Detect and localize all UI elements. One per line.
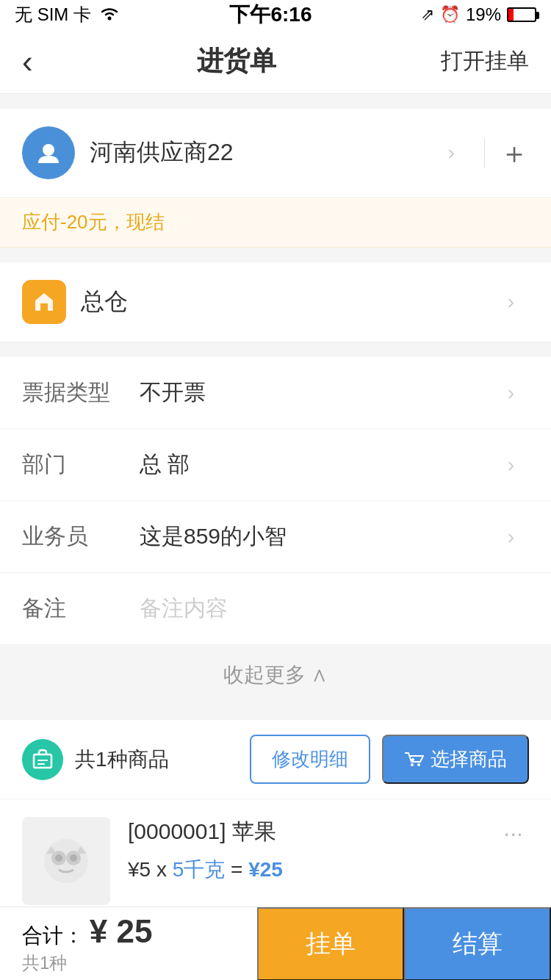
battery-text: 19% bbox=[466, 4, 501, 25]
add-supplier-button[interactable]: ＋ bbox=[500, 133, 529, 173]
status-bar: 无 SIM 卡 下午6:16 ⇗ ⏰ 19% bbox=[0, 0, 551, 29]
department-value: 总 部 bbox=[125, 450, 508, 480]
product-thumb-icon bbox=[37, 832, 96, 890]
product-item: [0000001] 苹果 ¥5 x 5千克 = ¥25 ··· bbox=[0, 799, 551, 923]
remark-label: 备注 bbox=[22, 594, 125, 624]
select-product-button[interactable]: 选择商品 bbox=[382, 735, 529, 784]
product-multiply: x bbox=[156, 858, 173, 881]
back-button[interactable]: ‹ bbox=[22, 43, 33, 80]
svg-point-4 bbox=[411, 763, 414, 766]
edit-detail-button[interactable]: 修改明细 bbox=[250, 735, 370, 784]
collapse-bar[interactable]: 收起更多 ∧ bbox=[0, 645, 551, 705]
salesman-chevron-icon: › bbox=[508, 525, 514, 549]
product-price: ¥5 x 5千克 = ¥25 bbox=[128, 856, 497, 884]
salesman-row[interactable]: 业务员 这是859的小智 › bbox=[0, 501, 551, 573]
department-row[interactable]: 部门 总 部 › bbox=[0, 429, 551, 501]
section-gap-2 bbox=[0, 248, 551, 262]
supplier-notice: 应付-20元，现结 bbox=[0, 198, 551, 248]
total-label: 合计： bbox=[22, 924, 84, 947]
department-chevron-icon: › bbox=[508, 453, 514, 477]
product-info: [0000001] 苹果 ¥5 x 5千克 = ¥25 bbox=[128, 817, 497, 884]
ticket-type-label: 票据类型 bbox=[22, 378, 125, 408]
product-total: ¥25 bbox=[248, 858, 283, 881]
nav-bar: ‹ 进货单 打开挂单 bbox=[0, 29, 551, 94]
status-right: ⇗ ⏰ 19% bbox=[421, 4, 536, 25]
total-row: 合计： ¥ 25 bbox=[22, 913, 235, 950]
product-name: [0000001] 苹果 bbox=[128, 817, 497, 847]
ticket-type-value: 不开票 bbox=[125, 378, 508, 408]
remark-placeholder: 备注内容 bbox=[125, 594, 529, 624]
collapse-label: 收起更多 ∧ bbox=[223, 661, 328, 689]
alarm-icon: ⏰ bbox=[440, 5, 460, 24]
product-header: 共1种商品 修改明细 选择商品 bbox=[0, 720, 551, 799]
svg-point-12 bbox=[70, 854, 77, 862]
total-amount: ¥ 25 bbox=[90, 913, 153, 949]
section-gap-4 bbox=[0, 705, 551, 720]
battery-icon bbox=[507, 7, 536, 22]
hold-button[interactable]: 挂单 bbox=[257, 907, 404, 981]
status-time: 下午6:16 bbox=[229, 1, 311, 29]
product-count-text: 共1种商品 bbox=[75, 746, 250, 774]
select-product-label: 选择商品 bbox=[431, 746, 507, 772]
product-unit-price: ¥5 bbox=[128, 858, 151, 881]
section-gap-3 bbox=[0, 342, 551, 357]
form-section: 票据类型 不开票 › 部门 总 部 › 业务员 这是859的小智 › 备注 备注… bbox=[0, 357, 551, 645]
svg-rect-2 bbox=[40, 303, 48, 311]
cart-icon bbox=[404, 752, 425, 768]
page-title: 进货单 bbox=[197, 43, 276, 79]
supplier-avatar bbox=[22, 126, 75, 179]
svg-point-1 bbox=[43, 144, 54, 156]
product-thumbnail bbox=[22, 817, 110, 905]
remark-row[interactable]: 备注 备注内容 bbox=[0, 573, 551, 645]
salesman-label: 业务员 bbox=[22, 522, 125, 552]
warehouse-chevron-icon: › bbox=[508, 290, 514, 314]
total-count: 共1种 bbox=[22, 951, 235, 975]
carrier-text: 无 SIM 卡 bbox=[15, 3, 91, 26]
product-more-button[interactable]: ··· bbox=[497, 817, 529, 850]
svg-point-5 bbox=[417, 763, 420, 766]
section-gap-1 bbox=[0, 94, 551, 109]
product-count-icon bbox=[22, 739, 63, 780]
checkout-button[interactable]: 结算 bbox=[404, 907, 551, 981]
total-section: 合计： ¥ 25 共1种 bbox=[0, 913, 257, 975]
supplier-name: 河南供应商22 bbox=[90, 137, 448, 169]
product-code: [0000001] bbox=[128, 819, 226, 843]
product-quantity: 5千克 bbox=[173, 858, 231, 881]
salesman-value: 这是859的小智 bbox=[125, 522, 508, 552]
wifi-icon bbox=[98, 4, 120, 25]
ticket-type-chevron-icon: › bbox=[508, 381, 514, 405]
svg-point-0 bbox=[108, 17, 112, 21]
bottom-bar: 合计： ¥ 25 共1种 挂单 结算 bbox=[0, 907, 551, 980]
product-title: 苹果 bbox=[232, 819, 276, 843]
svg-point-8 bbox=[44, 839, 88, 883]
ticket-type-row[interactable]: 票据类型 不开票 › bbox=[0, 357, 551, 429]
supplier-row[interactable]: 河南供应商22 › ＋ bbox=[0, 109, 551, 198]
warehouse-icon bbox=[22, 280, 66, 324]
product-equals: = bbox=[231, 858, 248, 881]
svg-point-11 bbox=[55, 854, 62, 862]
department-label: 部门 bbox=[22, 450, 125, 480]
warehouse-row[interactable]: 总仓 › bbox=[0, 262, 551, 342]
warehouse-section: 总仓 › bbox=[0, 262, 551, 342]
supplier-divider bbox=[484, 138, 485, 167]
open-hold-button[interactable]: 打开挂单 bbox=[441, 46, 529, 76]
location-icon: ⇗ bbox=[421, 5, 434, 24]
supplier-section: 河南供应商22 › ＋ 应付-20元，现结 bbox=[0, 109, 551, 248]
warehouse-name: 总仓 bbox=[81, 286, 508, 318]
supplier-chevron-icon: › bbox=[448, 141, 455, 165]
status-left: 无 SIM 卡 bbox=[15, 3, 120, 26]
